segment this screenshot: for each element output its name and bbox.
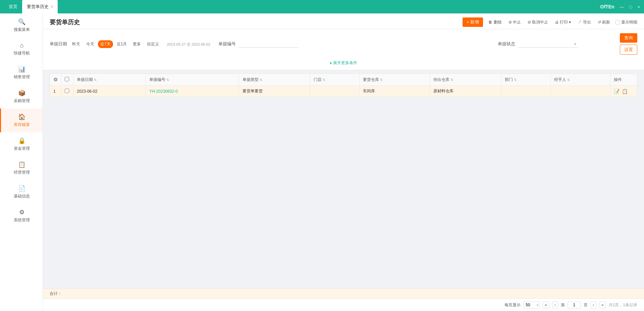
sidebar-item-search-menu[interactable]: 🔍 搜索菜单 [0, 13, 43, 37]
expand-more-icon: ▾ [330, 61, 332, 65]
row-detail-btn[interactable]: 📋 [622, 89, 628, 94]
tab-home[interactable]: 首页 [4, 0, 22, 13]
basic-info-icon: 📄 [18, 185, 25, 192]
sidebar-item-finance-mgmt[interactable]: 🔒 资金管理 [0, 132, 43, 156]
query-button[interactable]: 查询 [620, 33, 637, 43]
th-doctype: 单据类型 ⇅ [239, 74, 310, 86]
date-btn-more[interactable]: 更多 [130, 40, 143, 48]
refresh-button[interactable]: ↺ 刷新 [596, 19, 611, 25]
table-header-row: ⚙ 单据日期 ⇅ [50, 74, 637, 86]
th-pendingwarehouse: 待出仓库 ⇅ [430, 74, 501, 86]
cell-store [310, 86, 360, 97]
sidebar-item-basic-info[interactable]: 📄 基础信息 [0, 180, 43, 204]
th-reqwarehouse-sort[interactable]: 要货仓库 ⇅ [363, 77, 426, 83]
page-input[interactable] [568, 302, 581, 308]
th-docdate-sort[interactable]: 单据日期 ⇅ [77, 77, 142, 83]
th-doctype-sort[interactable]: 单据类型 ⇅ [243, 77, 307, 83]
export-button[interactable]: ↗ 导出 [576, 19, 592, 25]
first-page-btn[interactable]: « [542, 302, 549, 308]
quick-nav-icon: ⌂ [20, 42, 24, 49]
filter-row: 单据日期 昨天 今天 近7天 近1月 更多 自定义 2023-05-27 至 2… [50, 33, 637, 55]
expand-more-row: ▾ 展开更多条件 [50, 57, 637, 66]
sort-handler-icon: ⇅ [567, 78, 570, 82]
window-maximize-btn[interactable]: □ [630, 4, 632, 9]
filter-area: 单据日期 昨天 今天 近7天 近1月 更多 自定义 2023-05-27 至 2… [43, 29, 644, 70]
sidebar-item-ops-mgmt[interactable]: 📋 经营管理 [0, 156, 43, 180]
th-store-sort[interactable]: 门店 ⇅ [314, 77, 356, 83]
window-close-btn[interactable]: × [637, 4, 640, 9]
docstatus-select[interactable] [518, 40, 578, 48]
per-page-select[interactable]: 20 50 100 200 [523, 302, 540, 308]
sales-mgmt-icon: 📊 [18, 65, 25, 73]
new-button[interactable]: + 新增 [463, 17, 483, 27]
th-department-sort[interactable]: 部门 ⇅ [505, 77, 547, 83]
sidebar-item-quick-nav[interactable]: ⌂ 快捷导航 [0, 37, 43, 61]
expand-more-label: 展开更多条件 [333, 60, 357, 66]
print-button[interactable]: 🖨 打印 ▾ [553, 19, 572, 25]
sidebar-label-inventory: 库存核算 [14, 122, 30, 128]
sidebar-label-system-mgmt: 系统管理 [14, 217, 30, 223]
print-label: 打印 [560, 19, 568, 25]
th-handler-sort[interactable]: 经手人 ⇅ [554, 77, 607, 83]
stop-button[interactable]: ⊘ 中止 [507, 19, 522, 25]
tab-close-icon[interactable]: × [51, 4, 53, 9]
top-bar: 首页 要货单历史 × OfTEn — □ × [0, 0, 644, 13]
th-docnum: 单据编号 ⇅ [146, 74, 239, 86]
date-btn-today[interactable]: 今天 [84, 40, 97, 48]
sort-docdate-icon: ⇅ [94, 78, 97, 82]
th-reqwarehouse: 要货仓库 ⇅ [360, 74, 430, 86]
finance-mgmt-icon: 🔒 [18, 137, 25, 144]
sort-docnum-icon: ⇅ [166, 78, 169, 82]
cell-handler [550, 86, 610, 97]
date-filter-group: 单据日期 昨天 今天 近7天 近1月 更多 自定义 2023-05-27 至 2… [50, 40, 210, 48]
sidebar-label-search-menu: 搜索菜单 [14, 27, 30, 33]
docstatus-filter-label: 单据状态 [498, 41, 515, 47]
print-icon: 🖨 [555, 20, 559, 25]
cell-reqwarehouse: 车间库 [360, 86, 430, 97]
purchase-mgmt-icon: 📦 [18, 89, 25, 97]
date-btn-yesterday[interactable]: 昨天 [70, 40, 83, 48]
sidebar-label-ops-mgmt: 经营管理 [14, 170, 30, 175]
th-pendingwarehouse-sort[interactable]: 待出仓库 ⇅ [433, 77, 498, 83]
table-area: ⚙ 单据日期 ⇅ [43, 70, 644, 288]
top-bar-right: OfTEn — □ × [598, 4, 640, 9]
query-settings-group: 查询 设置 [620, 33, 637, 55]
date-filter-btns: 昨天 今天 近7天 近1月 更多 自定义 [70, 40, 161, 48]
docstatus-select-wrap [518, 40, 578, 48]
footer-total-label: 合计： [50, 291, 62, 297]
th-docnum-sort[interactable]: 单据编号 ⇅ [149, 77, 235, 83]
sidebar-item-purchase-mgmt[interactable]: 📦 采购管理 [0, 85, 43, 108]
display-detail-checkbox[interactable] [615, 20, 620, 25]
table-footer: 合计： [43, 288, 644, 299]
sidebar-item-sales-mgmt[interactable]: 📊 销售管理 [0, 61, 43, 85]
docnum-filter-input[interactable] [238, 40, 299, 48]
date-btn-custom[interactable]: 自定义 [145, 40, 161, 48]
sidebar-label-finance-mgmt: 资金管理 [14, 146, 30, 151]
select-all-checkbox[interactable] [65, 77, 69, 81]
cell-doctype: 要货单要货 [239, 86, 310, 97]
column-settings-icon[interactable]: ⚙ [53, 77, 58, 82]
row-edit-btn[interactable]: 📝 [614, 89, 620, 94]
sidebar-item-inventory[interactable]: 🏠 库存核算 [0, 108, 43, 132]
sort-reqwarehouse-icon: ⇅ [380, 78, 383, 82]
date-btn-1month[interactable]: 近1月 [114, 40, 129, 48]
tab-active[interactable]: 要货单历史 × [22, 0, 58, 13]
row-checkbox[interactable] [65, 89, 69, 93]
th-docdate: 单据日期 ⇅ [73, 74, 146, 86]
docnum-link[interactable]: YH-20230602-0 [149, 89, 178, 94]
date-btn-7days[interactable]: 近7天 [98, 40, 113, 48]
table-row: 1 2023-06-02 YH-20230602-0 要货单要货 车间库 [50, 86, 637, 97]
prev-page-btn[interactable]: ‹ [552, 302, 558, 308]
expand-more-btn[interactable]: ▾ 展开更多条件 [330, 60, 357, 66]
cancel-stop-button[interactable]: ⊘ 取消中止 [526, 19, 549, 25]
print-dropdown-icon: ▾ [569, 20, 571, 25]
delete-button[interactable]: 🗑 删除 [487, 19, 503, 25]
window-minimize-btn[interactable]: — [620, 4, 624, 9]
search-menu-icon: 🔍 [18, 18, 25, 26]
display-detail-toggle[interactable]: 显示明细 [615, 19, 637, 25]
cell-checkbox [61, 86, 73, 97]
last-page-btn[interactable]: » [599, 302, 606, 308]
sidebar-item-system-mgmt[interactable]: ⚙ 系统管理 [0, 204, 43, 228]
next-page-btn[interactable]: › [590, 302, 596, 308]
settings-button[interactable]: 设置 [620, 45, 637, 55]
